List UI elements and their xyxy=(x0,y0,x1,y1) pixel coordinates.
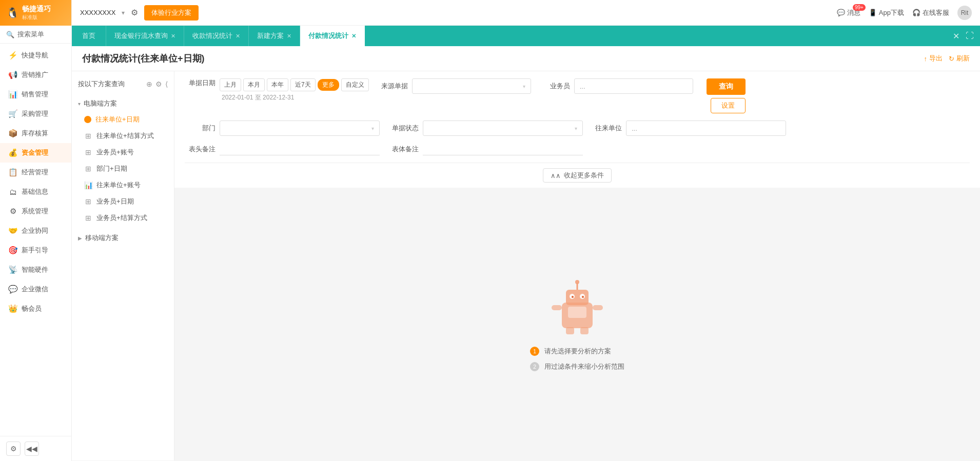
member-icon: 👑 xyxy=(8,304,17,313)
sidebar-item-purchase[interactable]: 🛒 采购管理 xyxy=(0,104,71,124)
company-dropdown-arrow[interactable]: ▾ xyxy=(122,9,125,16)
tip-text-2: 用过滤条件来缩小分析范围 xyxy=(544,362,624,371)
source-select[interactable]: ▾ xyxy=(412,78,531,94)
collapse-scheme-panel-btn[interactable]: ⟨ xyxy=(165,80,168,88)
partner-label: 往来单位 xyxy=(591,124,622,133)
sidebar: 🐧 畅捷通巧 标准版 🔍 搜索菜单 ⚡ 快捷导航 📢 营销推广 📊 销售管理 🛒… xyxy=(0,0,72,461)
sidebar-item-enterprise[interactable]: 🤝 企业协同 xyxy=(0,221,71,240)
body-note-input[interactable] xyxy=(423,143,583,155)
scheme-item-staff-date[interactable]: ⊞ 业务员+日期 xyxy=(72,193,174,210)
trial-btn[interactable]: 体验行业方案 xyxy=(144,5,199,21)
maximize-btn[interactable]: ⛶ xyxy=(964,29,976,43)
collapse-sidebar-btn[interactable]: ◀◀ xyxy=(25,442,39,456)
sidebar-item-label: 快捷导航 xyxy=(22,51,48,60)
staff-select[interactable]: ... xyxy=(574,78,693,94)
date-btn-this-month[interactable]: 本月 xyxy=(243,78,265,91)
export-btn[interactable]: ↑ 导出 xyxy=(924,54,943,63)
empty-tips: 1 请先选择要分析的方案 2 用过滤条件来缩小分析范围 xyxy=(530,347,624,371)
sidebar-item-sales[interactable]: 📊 销售管理 xyxy=(0,85,71,104)
topbar-right: 💬 消息 99+ 📱 App下载 🎧 在线客服 Rit xyxy=(837,6,972,20)
close-all-btn[interactable]: ✕ xyxy=(951,29,962,43)
sidebar-footer: ⚙ ◀◀ xyxy=(0,436,71,461)
sidebar-item-quick-nav[interactable]: ⚡ 快捷导航 xyxy=(0,46,71,65)
message-icon: 💬 xyxy=(837,9,845,16)
partner-placeholder: ... xyxy=(632,125,637,132)
sidebar-item-basic[interactable]: 🗂 基础信息 xyxy=(0,182,71,202)
empty-illustration xyxy=(546,277,608,338)
hardware-icon: 📡 xyxy=(8,265,17,274)
sidebar-item-marketing[interactable]: 📢 营销推广 xyxy=(0,65,71,85)
page-actions: ↑ 导出 ↻ 刷新 xyxy=(924,54,970,63)
scheme-item-label: 业务员+账号 xyxy=(96,148,134,157)
search-menu-item[interactable]: 🔍 搜索菜单 xyxy=(0,26,71,44)
tabbar-actions: ✕ ⛶ xyxy=(951,29,980,43)
scheme-settings-btn[interactable]: ⚙ xyxy=(155,80,162,88)
svg-point-4 xyxy=(572,296,574,298)
date-btn-this-year[interactable]: 本年 xyxy=(267,78,288,91)
user-menu[interactable]: Rit xyxy=(957,6,972,20)
sidebar-item-system[interactable]: ⚙ 系统管理 xyxy=(0,202,71,221)
date-filter-group: 单据日期 上月 本月 本年 近7天 更多 自定义 20 xyxy=(185,78,369,102)
sidebar-item-label: 基础信息 xyxy=(22,187,48,196)
settings-gear-icon[interactable]: ⚙ xyxy=(131,8,138,17)
app-download[interactable]: 📱 App下载 xyxy=(869,8,904,17)
sidebar-item-weixin[interactable]: 💬 企业微信 xyxy=(0,279,71,299)
headset-icon: 🎧 xyxy=(912,9,920,16)
service-label: 在线客服 xyxy=(923,8,949,17)
message-badge[interactable]: 💬 消息 99+ xyxy=(837,8,860,17)
tip-text-1: 请先选择要分析的方案 xyxy=(544,347,611,356)
scheme-item-staff-settle[interactable]: ⊞ 业务员+结算方式 xyxy=(72,210,174,226)
results-area: 1 请先选择要分析的方案 2 用过滤条件来缩小分析范围 xyxy=(174,188,980,460)
dept-select[interactable]: ▾ xyxy=(220,121,380,136)
date-btn-last-7[interactable]: 近7天 xyxy=(290,78,316,91)
phone-icon: 📱 xyxy=(869,9,877,16)
date-range-display: 2022-01-01 至 2022-12-31 xyxy=(222,93,369,102)
staff-label: 业务员 xyxy=(539,82,570,91)
scheme-item-partner-account[interactable]: 📊 往来单位+账号 xyxy=(72,177,174,193)
collapse-btn[interactable]: ∧∧ 收起更多条件 xyxy=(543,168,612,183)
tab-receive-label: 收款情况统计 xyxy=(192,31,232,41)
date-btn-custom[interactable]: 自定义 xyxy=(341,78,369,91)
sidebar-item-finance[interactable]: 💰 资金管理 xyxy=(0,143,71,163)
tab-home[interactable]: 首页 xyxy=(72,26,106,46)
filter-settings-btn[interactable]: 设置 xyxy=(711,98,746,113)
query-btn[interactable]: 查询 xyxy=(707,78,746,95)
sidebar-item-member[interactable]: 👑 畅会员 xyxy=(0,299,71,318)
sidebar-item-newbie[interactable]: 🎯 新手引导 xyxy=(0,240,71,260)
tab-receive[interactable]: 收款情况统计 ✕ xyxy=(184,26,249,46)
scheme-item-dept-date[interactable]: ⊞ 部门+日期 xyxy=(72,161,174,177)
sidebar-item-hardware[interactable]: 📡 智能硬件 xyxy=(0,260,71,279)
tab-receive-close[interactable]: ✕ xyxy=(236,33,240,39)
sidebar-item-inventory[interactable]: 📦 库存核算 xyxy=(0,124,71,143)
tab-payment[interactable]: 付款情况统计 ✕ xyxy=(300,26,365,46)
tab-payment-close[interactable]: ✕ xyxy=(351,33,356,39)
tab-bank-close[interactable]: ✕ xyxy=(171,33,175,39)
source-dropdown-arrow: ▾ xyxy=(523,84,525,89)
partner-select[interactable]: ... xyxy=(626,121,786,136)
scheme-item-label: 业务员+结算方式 xyxy=(96,213,147,223)
scheme-item-partner-settle[interactable]: ⊞ 往来单位+结算方式 xyxy=(72,128,174,144)
add-scheme-btn[interactable]: ⊕ xyxy=(146,80,152,88)
source-label: 来源单据 xyxy=(377,82,408,91)
scheme-section-mobile-header[interactable]: ▶ 移动端方案 xyxy=(72,230,174,246)
message-count: 99+ xyxy=(853,4,866,11)
sidebar-item-operation[interactable]: 📋 经营管理 xyxy=(0,163,71,182)
tab-new-scheme-close[interactable]: ✕ xyxy=(287,33,291,39)
filter-row-3: 表头备注 表体备注 xyxy=(185,143,970,155)
scheme-panel-icons: ⊕ ⚙ ⟨ xyxy=(146,80,168,88)
scheme-section-desktop-header[interactable]: ▾ 电脑端方案 xyxy=(72,96,174,111)
header-note-input[interactable] xyxy=(220,143,380,155)
online-service[interactable]: 🎧 在线客服 xyxy=(912,8,949,17)
body-area: 按以下方案查询 ⊕ ⚙ ⟨ ▾ 电脑端方案 往来单位+日期 xyxy=(72,71,980,460)
scheme-item-partner-date[interactable]: 往来单位+日期 xyxy=(72,111,174,128)
sales-icon: 📊 xyxy=(8,90,17,99)
refresh-btn[interactable]: ↻ 刷新 xyxy=(949,54,970,63)
date-btn-more[interactable]: 更多 xyxy=(318,79,339,91)
date-btn-last-month[interactable]: 上月 xyxy=(220,78,241,91)
scheme-item-staff-account[interactable]: ⊞ 业务员+账号 xyxy=(72,144,174,161)
tab-new-scheme[interactable]: 新建方案 ✕ xyxy=(249,26,300,46)
tab-bank[interactable]: 现金银行流水查询 ✕ xyxy=(106,26,184,46)
sidebar-item-label: 营销推广 xyxy=(22,70,48,79)
settings-footer-btn[interactable]: ⚙ xyxy=(6,442,21,456)
doc-status-select[interactable]: ▾ xyxy=(423,121,583,136)
